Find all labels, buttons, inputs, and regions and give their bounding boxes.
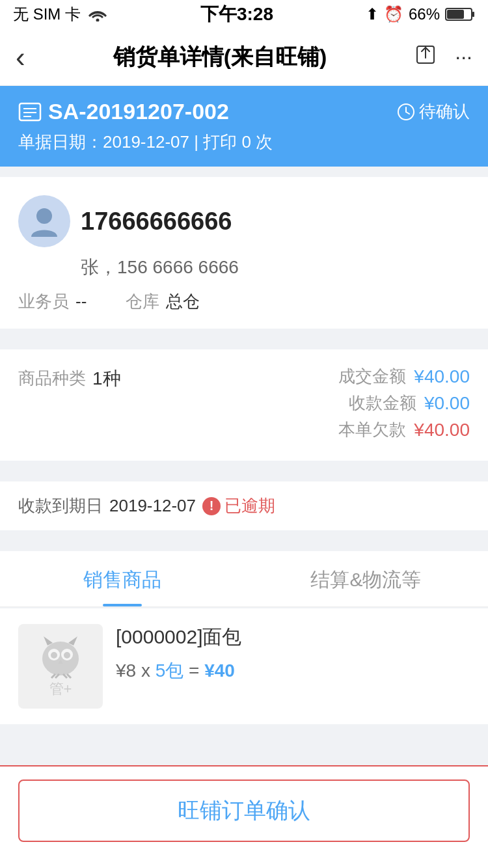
- overdue-text: 已逾期: [224, 495, 275, 517]
- brand-logo: [34, 634, 87, 679]
- product-quantity: 5包: [156, 660, 184, 681]
- summary-card: 商品种类 1种 成交金额 ¥40.00 收款金额 ¥0.00 本单欠款 ¥40.…: [0, 349, 488, 461]
- status-right: ⬆ ⏰ 66%: [366, 5, 475, 23]
- due-date-label: 收款到期日: [18, 495, 103, 517]
- summary-row: 商品种类 1种 成交金额 ¥40.00 收款金额 ¥0.00 本单欠款 ¥40.…: [18, 365, 470, 445]
- svg-rect-3: [447, 10, 464, 19]
- share-button[interactable]: [414, 44, 437, 70]
- customer-name: 张，156 6666 6666: [18, 255, 470, 280]
- tab-settlement[interactable]: 结算&物流等: [244, 551, 488, 606]
- amount-value: ¥40.00: [414, 366, 470, 387]
- product-type-value: 1种: [92, 366, 121, 391]
- product-section: 管+ [0000002]面包 ¥8 x 5包 = ¥40: [0, 608, 488, 724]
- svg-point-20: [64, 652, 70, 658]
- received-row: 收款金额 ¥0.00: [338, 392, 470, 414]
- separator-3: [0, 471, 488, 481]
- separator-1: [0, 167, 488, 177]
- product-name: [0000002]面包: [116, 624, 470, 651]
- customer-top: 17666666666: [18, 195, 470, 247]
- product-thumbnail: 管+: [18, 624, 103, 709]
- due-date-card: 收款到期日 2019-12-07 ! 已逾期: [0, 481, 488, 530]
- status-carrier: 无 SIM 卡: [13, 4, 108, 25]
- due-date-value: 2019-12-07: [109, 496, 196, 516]
- bottom-bar: 旺铺订单确认: [0, 765, 488, 868]
- back-button[interactable]: ‹: [16, 41, 25, 74]
- location-icon: ⬆: [366, 5, 379, 23]
- product-type-label: 商品种类: [18, 367, 86, 390]
- more-button[interactable]: ···: [455, 45, 472, 69]
- customer-phone: 17666666666: [81, 208, 232, 236]
- svg-point-0: [96, 19, 100, 22]
- tab-sales-products[interactable]: 销售商品: [0, 551, 244, 606]
- salesperson-item: 业务员 --: [18, 290, 87, 313]
- nav-bar: ‹ 销货单详情(来自旺铺) ···: [0, 29, 488, 86]
- order-icon: [18, 102, 42, 122]
- status-bar: 无 SIM 卡 下午3:28 ⬆ ⏰ 66%: [0, 0, 488, 29]
- person-icon: [29, 204, 60, 238]
- svg-point-19: [51, 652, 57, 658]
- order-id: SA-20191207-002: [18, 99, 229, 124]
- order-header: SA-20191207-002 待确认 单据日期：2019-12-07 | 打印…: [0, 86, 488, 167]
- alarm-icon: ⏰: [384, 5, 403, 23]
- warehouse-item: 仓库 总仓: [126, 290, 200, 313]
- wifi-icon: [87, 7, 108, 21]
- svg-line-12: [406, 112, 409, 114]
- customer-meta: 业务员 -- 仓库 总仓: [18, 290, 470, 313]
- product-price: ¥8 x 5包 = ¥40: [116, 658, 470, 683]
- product-item: 管+ [0000002]面包 ¥8 x 5包 = ¥40: [18, 624, 470, 709]
- summary-right: 成交金额 ¥40.00 收款金额 ¥0.00 本单欠款 ¥40.00: [338, 365, 470, 445]
- status-time: 下午3:28: [200, 2, 273, 27]
- product-info: [0000002]面包 ¥8 x 5包 = ¥40: [116, 624, 470, 683]
- battery-icon: [445, 7, 475, 22]
- summary-left: 商品种类 1种: [18, 365, 121, 391]
- separator-4: [0, 541, 488, 551]
- tabs: 销售商品 结算&物流等: [0, 551, 488, 607]
- nav-actions: ···: [414, 44, 472, 70]
- svg-point-13: [36, 208, 52, 224]
- svg-point-14: [42, 642, 79, 675]
- order-meta: 单据日期：2019-12-07 | 打印 0 次: [18, 131, 470, 154]
- avatar: [18, 195, 70, 247]
- thumb-inner: 管+: [34, 634, 87, 699]
- confirm-order-button[interactable]: 旺铺订单确认: [18, 780, 470, 842]
- plus-text: 管+: [49, 679, 72, 699]
- amount-row: 成交金额 ¥40.00: [338, 365, 470, 388]
- clock-icon: [397, 103, 415, 121]
- overdue-dot-icon: !: [202, 497, 221, 515]
- order-header-top: SA-20191207-002 待确认: [18, 99, 470, 124]
- svg-rect-2: [472, 12, 474, 17]
- overdue-badge: ! 已逾期: [202, 495, 275, 517]
- order-status: 待确认: [397, 100, 470, 123]
- product-total: ¥40: [204, 660, 235, 681]
- owed-row: 本单欠款 ¥40.00: [338, 418, 470, 441]
- customer-card: 17666666666 张，156 6666 6666 业务员 -- 仓库 总仓: [0, 177, 488, 329]
- received-value: ¥0.00: [424, 393, 470, 414]
- battery-text: 66%: [409, 5, 440, 23]
- owed-value: ¥40.00: [414, 420, 470, 441]
- carrier-text: 无 SIM 卡: [13, 4, 81, 25]
- separator-2: [0, 339, 488, 349]
- page-title: 销货单详情(来自旺铺): [113, 42, 327, 72]
